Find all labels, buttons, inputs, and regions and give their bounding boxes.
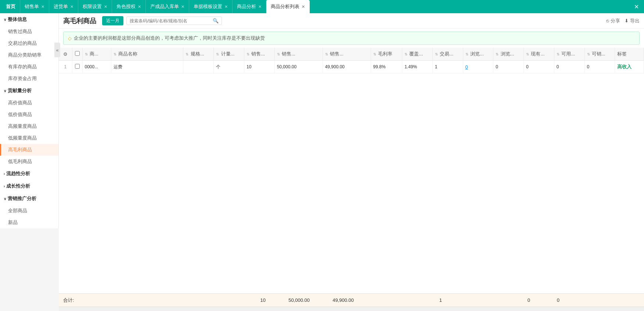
sidebar-item-goods-assist[interactable]: 商品分类助销率 (0, 49, 58, 61)
row-transactions: 1 (432, 61, 463, 73)
tab-product-analysis-list[interactable]: 商品分析列表 ✕ (266, 0, 310, 13)
sidebar-item-high-margin[interactable]: 高毛利商品 (0, 144, 58, 156)
sidebar-item-high-value[interactable]: 高价值商品 (0, 97, 58, 109)
tab-import[interactable]: 进货单 ✕ (49, 0, 78, 13)
col-tag: 标签 (615, 48, 644, 61)
tab-auth-set[interactable]: 权限设置 ✕ (78, 0, 112, 13)
col-unit[interactable]: ⇅ 计量... (214, 48, 244, 61)
export-icon: ⬇ (625, 18, 629, 23)
tab-sales[interactable]: 销售单 ✕ (20, 0, 49, 13)
tab-product-analysis[interactable]: 商品分析 ✕ (233, 0, 266, 13)
row-browse1[interactable]: 0 (463, 61, 493, 73)
export-button[interactable]: ⬇ 导出 (625, 18, 640, 24)
sidebar-item-low-freq[interactable]: 低频量度商品 (0, 132, 58, 144)
tab-product-entry[interactable]: 产成品入库单 ✕ (146, 0, 189, 13)
col-margin-rate[interactable]: ⇅ 毛利率 (371, 48, 402, 61)
tab-role-auth[interactable]: 角色授权 ✕ (112, 0, 146, 13)
sidebar-group-overall[interactable]: ∨ 整体信息 (0, 13, 58, 26)
col-browse1[interactable]: ⇅ 浏览... (463, 48, 493, 61)
close-tab-import[interactable]: ✕ (70, 4, 73, 9)
sidebar-item-new-goods[interactable]: 新品 (0, 217, 58, 228)
table-row: 1 0000... 运费 个 10 50,000.00 49,900.00 99… (59, 61, 644, 73)
row-coverage: 1.49% (402, 61, 433, 73)
footer-available: 0 (532, 297, 562, 303)
sidebar-group-marketing[interactable]: ∨ 营销推广分析 (0, 192, 58, 205)
close-tab-product-analysis-list[interactable]: ✕ (302, 4, 305, 9)
close-tab-product-entry[interactable]: ✕ (181, 4, 184, 9)
footer-bar: 合计: 10 50,000.00 49,900.00 1 0 0 (59, 293, 644, 307)
col-checkbox (72, 48, 82, 61)
table-wrapper: ⚙ ⇅ 商... ⇅ 商品名称 (59, 48, 644, 293)
row-num: 1 (59, 61, 72, 73)
close-tab-product-analysis[interactable]: ✕ (258, 4, 262, 9)
select-all-checkbox[interactable] (75, 51, 80, 56)
col-sales-profit[interactable]: ⇅ 销售... (323, 48, 371, 61)
footer-sales-qty: 10 (238, 297, 268, 303)
page-title: 高毛利商品 (63, 17, 96, 25)
sidebar-item-low-value[interactable]: 低价值商品 (0, 109, 58, 120)
sidebar-item-all-goods[interactable]: 全部商品 (0, 205, 58, 217)
row-current: 0 (524, 61, 554, 73)
sidebar-item-traded-goods[interactable]: 交易过的商品 (0, 37, 58, 49)
tag-high-income: 高收入 (617, 64, 632, 69)
col-spec[interactable]: ⇅ 规格... (183, 48, 214, 61)
col-sales-amount[interactable]: ⇅ 销售... (274, 48, 323, 61)
search-icon[interactable]: 🔍 (213, 18, 219, 23)
row-sales-amount: 50,000.00 (274, 61, 323, 73)
col-code[interactable]: ⇅ 商... (82, 48, 111, 61)
sidebar: ∨ 整体信息 销售过商品 交易过的商品 商品分类助销率 有库存的商品 库存资金占… (0, 13, 59, 228)
close-tab-auth-set[interactable]: ✕ (104, 4, 107, 9)
sidebar-group-financial[interactable]: ∨ 贡献量分析 (0, 84, 58, 97)
sidebar-item-high-freq[interactable]: 高频量度商品 (0, 120, 58, 132)
col-browse2[interactable]: ⇅ 浏览... (493, 48, 524, 61)
footer-sales-amount: 50,000.00 (268, 297, 312, 303)
close-all-tabs[interactable]: ✕ (630, 3, 643, 10)
gear-icon[interactable]: ⚙ (63, 51, 68, 57)
tab-home[interactable]: 首页 (1, 0, 20, 13)
col-sellable[interactable]: ⇅ 可销... (584, 48, 615, 61)
row-tag: 高收入 (615, 61, 644, 73)
search-box: 🔍 (126, 17, 222, 25)
row-sales-profit: 49,900.00 (323, 61, 371, 73)
filter-recent-month[interactable]: 近一月 (102, 16, 123, 25)
col-transactions[interactable]: ⇅ 交易... (432, 48, 463, 61)
footer-label: 合计: (63, 297, 78, 304)
row-sellable: 0 (584, 61, 615, 73)
table-header-row: ⚙ ⇅ 商... ⇅ 商品名称 (59, 48, 644, 61)
data-table: ⚙ ⇅ 商... ⇅ 商品名称 (59, 48, 644, 73)
tab-template-set[interactable]: 单据模板设置 ✕ (189, 0, 233, 13)
search-input[interactable] (130, 18, 213, 23)
close-tab-role-auth[interactable]: ✕ (138, 4, 141, 9)
sidebar-item-sales-goods[interactable]: 销售过商品 (0, 26, 58, 37)
content-area: 高毛利商品 近一月 🔍 ⎋ 分享 ⬇ 导出 ◇ 企业的主要的利润都是这部分商品创… (59, 13, 644, 311)
row-available: 0 (554, 61, 584, 73)
browse1-link[interactable]: 0 (465, 64, 468, 70)
col-coverage[interactable]: ⇅ 覆盖... (402, 48, 433, 61)
close-tab-template-set[interactable]: ✕ (224, 4, 228, 9)
row-checkbox[interactable] (75, 64, 80, 69)
col-available[interactable]: ⇅ 可用... (554, 48, 584, 61)
header-actions: ⎋ 分享 ⬇ 导出 (606, 18, 640, 24)
row-code: 0000... (82, 61, 111, 73)
horizontal-scrollbar[interactable] (59, 307, 644, 311)
col-name[interactable]: ⇅ 商品名称 (111, 48, 183, 61)
sidebar-item-inventory-capital[interactable]: 库存资金占用 (0, 73, 58, 84)
sidebar-group-trend[interactable]: › 流趋性分析 (0, 167, 58, 180)
arrow-marketing: ∨ (4, 197, 6, 201)
arrow-financial: ∨ (4, 89, 6, 93)
close-tab-sales[interactable]: ✕ (41, 4, 44, 9)
sidebar-collapse-button[interactable]: « (54, 43, 60, 57)
sidebar-item-inventory-goods[interactable]: 有库存的商品 (0, 61, 58, 73)
col-sales-qty[interactable]: ⇅ 销售... (244, 48, 274, 61)
col-current[interactable]: ⇅ 现有... (524, 48, 554, 61)
col-settings[interactable]: ⚙ (59, 48, 72, 61)
share-button[interactable]: ⎋ 分享 (606, 18, 620, 24)
sidebar-group-growth[interactable]: › 成长性分析 (0, 180, 58, 192)
sidebar-item-low-margin[interactable]: 低毛利商品 (0, 156, 58, 167)
arrow-trend: › (4, 172, 5, 176)
row-checkbox-cell (72, 61, 82, 73)
row-browse2: 0 (493, 61, 524, 73)
info-banner: ◇ 企业的主要的利润都是这部分商品创造的，可考虑加大推广，同时关注库存是不要出现… (63, 32, 640, 45)
row-sales-qty: 10 (244, 61, 274, 73)
info-icon: ◇ (68, 36, 72, 41)
